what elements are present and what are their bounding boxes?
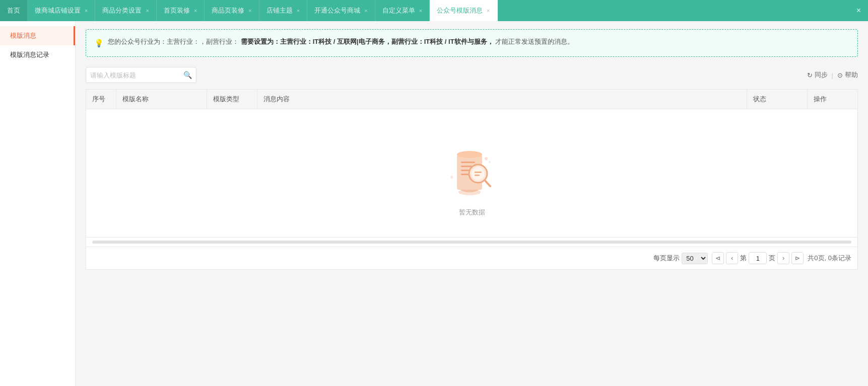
nav-tab-category-settings[interactable]: 商品分类设置 × [95,0,156,21]
horizontal-scrollbar[interactable] [92,241,851,244]
notice-highlight: 需要设置为：主营行业：IT科技 / 互联网|电子商务，副营行业：IT科技 / I… [241,38,494,45]
top-nav: 首页 微商城店铺设置 × 商品分类设置 × 首页装修 × 商品页装修 × 店铺主… [0,0,868,21]
nav-tab-category-label: 商品分类设置 [102,6,142,15]
page-prefix: 第 [740,254,747,263]
data-table: 序号 模版名称 模版类型 消息内容 状态 操作 [86,89,858,238]
nav-tab-shop-theme-close[interactable]: × [297,8,300,14]
nav-tab-category-close[interactable]: × [146,8,149,14]
main-layout: 模版消息 模版消息记录 💡 您的公众号行业为：主营行业：，副营行业： 需要设置为… [0,21,868,386]
sidebar: 模版消息 模版消息记录 [0,21,76,386]
nav-tab-homepage-close[interactable]: × [194,8,197,14]
svg-rect-11 [475,175,480,176]
nav-tab-homepage-decor[interactable]: 首页装修 × [157,0,205,21]
toolbar-divider: | [832,71,833,79]
sidebar-item-template-msg[interactable]: 模版消息 [0,26,75,45]
col-content: 消息内容 [257,90,747,109]
svg-point-13 [489,161,491,163]
empty-state: 暂无数据 [86,109,857,237]
table-empty-row: 暂无数据 [86,109,858,238]
svg-point-12 [485,157,488,160]
nav-tab-open-shop-label: 开通公众号商城 [314,6,360,15]
last-page-button[interactable]: ⊳ [791,252,804,264]
col-name: 模版名称 [116,90,207,109]
toolbar-right: ↻ 同步 | ⊙ 帮助 [807,70,858,80]
nav-tab-shop-theme-label: 店铺主题 [266,6,293,15]
scrollbar-container [86,238,858,247]
prev-page-button[interactable]: ‹ [726,252,738,264]
sidebar-item-template-msg-record[interactable]: 模版消息记录 [0,45,75,64]
nav-tab-shop-theme[interactable]: 店铺主题 × [259,0,307,21]
page-suffix: 页 [769,254,775,263]
nav-tab-weishop-close[interactable]: × [85,8,88,14]
page-size-label: 每页显示 [653,254,680,263]
page-size-select: 每页显示 10 20 50 100 [653,253,708,264]
nav-tab-template-msg[interactable]: 公众号模版消息 × [430,0,497,21]
svg-rect-2 [461,162,475,163]
sync-icon: ↻ [807,71,813,79]
empty-text: 暂无数据 [459,208,485,217]
nav-tab-open-shop-close[interactable]: × [364,8,367,14]
svg-rect-3 [461,166,472,167]
next-page-button[interactable]: › [777,252,789,264]
nav-tab-product-close[interactable]: × [248,8,251,14]
page-number-input[interactable] [749,252,767,264]
search-box: 🔍 [86,67,196,83]
notice-text: 您的公众号行业为：主营行业：，副营行业： 需要设置为：主营行业：IT科技 / 互… [108,37,574,47]
nav-tab-weishop-label: 微商城店铺设置 [35,6,81,15]
svg-point-14 [450,176,453,179]
search-input[interactable] [90,71,183,79]
svg-point-8 [472,167,485,180]
nav-tab-home[interactable]: 首页 [0,0,28,21]
col-status: 状态 [747,90,808,109]
sync-button[interactable]: ↻ 同步 [807,70,828,80]
col-action: 操作 [808,90,858,109]
nav-tab-homepage-label: 首页装修 [164,6,190,15]
nav-tab-template-msg-label: 公众号模版消息 [437,6,483,15]
help-button[interactable]: ⊙ 帮助 [837,70,858,80]
nav-close-all-button[interactable]: × [849,6,868,15]
search-icon[interactable]: 🔍 [183,71,192,79]
bulb-icon: 💡 [94,37,104,49]
nav-tab-product-label: 商品页装修 [212,6,244,15]
notice-banner: 💡 您的公众号行业为：主营行业：，副营行业： 需要设置为：主营行业：IT科技 /… [86,29,858,57]
nav-tab-open-shop[interactable]: 开通公众号商城 × [307,0,375,21]
col-seq: 序号 [86,90,116,109]
nav-tab-home-label: 首页 [7,6,20,15]
table-header-row: 序号 模版名称 模版类型 消息内容 状态 操作 [86,90,858,109]
svg-point-6 [457,151,482,158]
svg-line-9 [485,180,490,186]
nav-tab-product-decor[interactable]: 商品页装修 × [205,0,259,21]
empty-illustration [442,139,502,200]
help-icon: ⊙ [837,71,843,79]
page-total: 共0页, 0条记录 [808,254,851,263]
content-area: 💡 您的公众号行业为：主营行业：，副营行业： 需要设置为：主营行业：IT科技 /… [76,21,868,386]
page-nav: ⊲ ‹ 第 页 › ⊳ [712,252,804,264]
col-type: 模版类型 [207,90,257,109]
nav-tab-template-msg-close[interactable]: × [487,8,490,14]
svg-rect-10 [475,172,482,173]
pagination: 每页显示 10 20 50 100 ⊲ ‹ 第 页 › ⊳ 共0页, 0条记录 [86,247,858,270]
nav-tab-custom-menu-label: 自定义菜单 [382,6,415,15]
nav-tab-custom-menu-close[interactable]: × [419,8,422,14]
page-size-dropdown[interactable]: 10 20 50 100 [682,253,708,264]
nav-tab-custom-menu[interactable]: 自定义菜单 × [375,0,430,21]
first-page-button[interactable]: ⊲ [712,252,724,264]
nav-tab-weishop-settings[interactable]: 微商城店铺设置 × [28,0,95,21]
toolbar: 🔍 ↻ 同步 | ⊙ 帮助 [86,67,858,83]
